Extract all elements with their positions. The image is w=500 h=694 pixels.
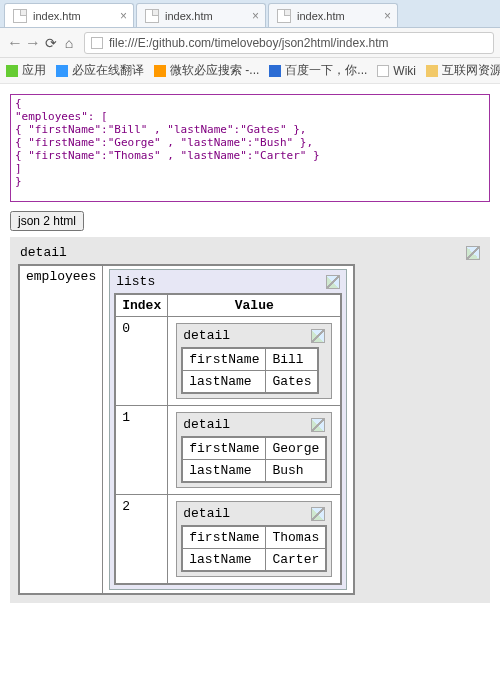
result-panel: detail employees lists — [10, 237, 490, 603]
detail-table: firstNameGeorgelastNameBush — [181, 436, 327, 483]
detail-label: detail — [183, 506, 230, 521]
broken-image-icon — [311, 507, 325, 521]
detail-table: firstNameBilllastNameGates — [181, 347, 319, 394]
tab-title: index.htm — [297, 10, 345, 22]
apps-button[interactable]: 应用 — [6, 62, 46, 79]
site-icon — [269, 65, 281, 77]
key-cell: lastName — [182, 460, 266, 483]
value-cell: Carter — [266, 549, 326, 572]
detail-table: firstNameThomaslastNameCarter — [181, 525, 327, 572]
file-icon — [13, 9, 27, 23]
close-icon[interactable]: × — [120, 9, 127, 23]
bookmark-item[interactable]: Wiki — [377, 64, 416, 78]
value-cell: detailfirstNameThomaslastNameCarter — [168, 495, 342, 585]
detail-box: detailfirstNameThomaslastNameCarter — [176, 501, 332, 577]
value-cell: lists Index Value 0detail — [103, 265, 355, 594]
url-text: file:///E:/github.com/timeloveboy/json2h… — [109, 36, 388, 50]
bookmark-bar: 应用 必应在线翻译 微软必应搜索 -... 百度一下，你... Wiki 互联网… — [0, 58, 500, 84]
key-cell: firstName — [182, 526, 266, 549]
file-icon — [377, 65, 389, 77]
home-button[interactable]: ⌂ — [60, 35, 78, 51]
close-icon[interactable]: × — [384, 9, 391, 23]
detail-label: detail — [20, 245, 67, 260]
key-cell: lastName — [182, 371, 266, 394]
index-cell: 2 — [115, 495, 168, 585]
file-icon — [145, 9, 159, 23]
lists-label: lists — [116, 274, 155, 289]
detail-box: detailfirstNameGeorgelastNameBush — [176, 412, 332, 488]
bookmark-item[interactable]: 微软必应搜索 -... — [154, 62, 259, 79]
key-cell: firstName — [182, 437, 266, 460]
address-bar[interactable]: file:///E:/github.com/timeloveboy/json2h… — [84, 32, 494, 54]
col-value: Value — [168, 294, 342, 317]
value-cell: detailfirstNameGeorgelastNameBush — [168, 406, 342, 495]
back-button[interactable]: ← — [6, 34, 24, 52]
broken-image-icon — [311, 418, 325, 432]
value-cell: George — [266, 437, 326, 460]
table-row: 1detailfirstNameGeorgelastNameBush — [115, 406, 341, 495]
value-cell: Bill — [266, 348, 319, 371]
browser-toolbar: ← → ⟳ ⌂ file:///E:/github.com/timelovebo… — [0, 28, 500, 58]
list-table: Index Value 0detailfirstNameBilllastName… — [114, 293, 342, 585]
forward-button[interactable]: → — [24, 34, 42, 52]
key-cell: firstName — [182, 348, 266, 371]
value-cell: Thomas — [266, 526, 326, 549]
value-cell: Bush — [266, 460, 326, 483]
detail-table: employees lists Index — [18, 264, 355, 595]
bookmark-folder[interactable]: 互联网资源 — [426, 62, 500, 79]
site-icon — [56, 65, 68, 77]
close-icon[interactable]: × — [252, 9, 259, 23]
value-cell: detailfirstNameBilllastNameGates — [168, 317, 342, 406]
broken-image-icon — [311, 329, 325, 343]
lists-box: lists Index Value 0detail — [109, 269, 347, 590]
detail-label: detail — [183, 328, 230, 343]
bookmark-item[interactable]: 必应在线翻译 — [56, 62, 144, 79]
file-icon — [91, 37, 103, 49]
bookmark-item[interactable]: 百度一下，你... — [269, 62, 367, 79]
key-cell: employees — [19, 265, 103, 594]
page-content: json 2 html detail employees lists — [0, 84, 500, 613]
col-index: Index — [115, 294, 168, 317]
browser-tab[interactable]: index.htm × — [136, 3, 266, 27]
index-cell: 1 — [115, 406, 168, 495]
folder-icon — [426, 65, 438, 77]
key-cell: lastName — [182, 549, 266, 572]
convert-button[interactable]: json 2 html — [10, 211, 84, 231]
browser-tab-bar: index.htm × index.htm × index.htm × — [0, 0, 500, 28]
detail-box: detailfirstNameBilllastNameGates — [176, 323, 332, 399]
browser-tab[interactable]: index.htm × — [268, 3, 398, 27]
site-icon — [154, 65, 166, 77]
browser-tab[interactable]: index.htm × — [4, 3, 134, 27]
detail-label: detail — [183, 417, 230, 432]
broken-image-icon — [466, 246, 480, 260]
broken-image-icon — [326, 275, 340, 289]
index-cell: 0 — [115, 317, 168, 406]
apps-icon — [6, 65, 18, 77]
table-row: 2detailfirstNameThomaslastNameCarter — [115, 495, 341, 585]
table-row: 0detailfirstNameBilllastNameGates — [115, 317, 341, 406]
tab-title: index.htm — [165, 10, 213, 22]
value-cell: Gates — [266, 371, 319, 394]
reload-button[interactable]: ⟳ — [42, 35, 60, 51]
file-icon — [277, 9, 291, 23]
json-input[interactable] — [10, 94, 490, 202]
tab-title: index.htm — [33, 10, 81, 22]
